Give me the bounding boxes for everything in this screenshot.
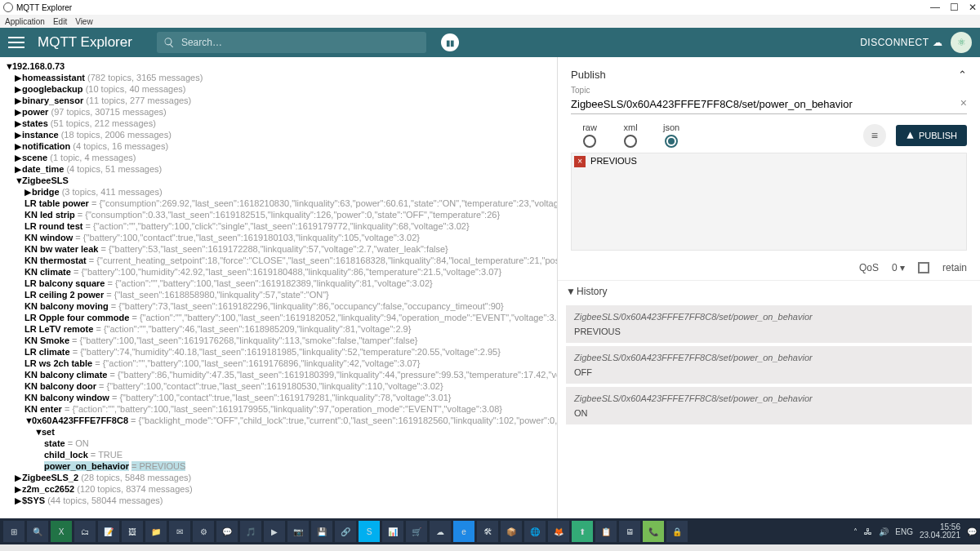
tray-notifications-icon[interactable]: 💬 xyxy=(967,527,977,536)
taskbar-app[interactable]: 🛒 xyxy=(406,521,427,542)
publish-button[interactable]: PUBLISH xyxy=(896,125,967,146)
tree-item[interactable]: ▶z2m_cc2652 (120 topics, 8374 messages) xyxy=(5,483,554,495)
taskbar-app[interactable]: 🖥 xyxy=(619,521,640,542)
history-item[interactable]: ZigbeeSLS/0x60A423FFFE7FF8C8/set/power_o… xyxy=(566,346,972,384)
tree-item[interactable]: KN thermostat = {"current_heating_setpoi… xyxy=(5,255,554,266)
minimize-button[interactable]: — xyxy=(930,2,940,13)
tree-item[interactable]: KN climate = {"battery":100,"humidity":4… xyxy=(5,266,554,278)
taskbar-app[interactable]: 💬 xyxy=(216,521,238,542)
tree-item[interactable]: KN window = {"battery":100,"contact":tru… xyxy=(5,232,554,243)
tree-item[interactable]: LR balcony square = {"action":"","batter… xyxy=(5,278,554,289)
taskbar-app[interactable]: 📋 xyxy=(595,521,617,542)
taskbar-app[interactable]: 🌐 xyxy=(524,521,546,542)
taskbar-app[interactable]: 🔗 xyxy=(335,521,356,542)
tree-item[interactable]: KN balcony climate = {"battery":86,"humi… xyxy=(5,369,554,380)
taskbar-app[interactable]: 📦 xyxy=(501,521,522,542)
tray-volume-icon[interactable]: 🔊 xyxy=(879,527,889,536)
tree-root[interactable]: 192.168.0.73 xyxy=(12,61,65,71)
taskbar-app[interactable]: 🎵 xyxy=(240,521,261,542)
menu-view[interactable]: View xyxy=(75,17,93,26)
tree-item[interactable]: KN led strip = {"consumption":0.33,"last… xyxy=(5,209,554,220)
tree-leaf[interactable]: child_lock = TRUE xyxy=(5,449,554,460)
clear-topic-icon[interactable]: × xyxy=(960,96,967,109)
format-json[interactable]: json xyxy=(653,122,690,148)
format-xml[interactable]: xml xyxy=(612,122,649,148)
tree-zigbee[interactable]: ZigbeeSLS xyxy=(22,176,69,185)
avatar[interactable]: ⚛ xyxy=(951,32,972,53)
disconnect-button[interactable]: DISCONNECT ☁ xyxy=(860,37,942,48)
taskbar-app[interactable]: 🗂 xyxy=(74,521,96,542)
tree-item[interactable]: ▶googlebackup (10 topics, 40 messages) xyxy=(5,83,554,95)
taskbar-app[interactable]: ✉ xyxy=(169,521,190,542)
tree-item[interactable]: LR Opple four commode = {"action":"","ba… xyxy=(5,312,554,323)
tree-item[interactable]: KN bw water leak = {"battery":53,"last_s… xyxy=(5,243,554,255)
tree-item[interactable]: ▶binary_sensor (11 topics, 277 messages) xyxy=(5,95,554,106)
topic-input[interactable] xyxy=(571,95,967,114)
taskbar-app[interactable]: X xyxy=(51,521,72,542)
taskbar-app[interactable]: S xyxy=(359,521,380,542)
tree-item[interactable]: LR round test = {"action":"","battery":1… xyxy=(5,220,554,232)
tray-chevron-icon[interactable]: ˄ xyxy=(853,527,858,536)
tree-bridge[interactable]: bridge xyxy=(32,187,60,197)
tree-item[interactable]: KN Smoke = {"battery":100,"last_seen":16… xyxy=(5,335,554,346)
history-item[interactable]: ZigbeeSLS/0x60A423FFFE7FF8C8/set/power_o… xyxy=(566,387,972,424)
tree-set[interactable]: set xyxy=(42,427,55,437)
tree-item[interactable]: KN balcony moving = {"battery":73,"last_… xyxy=(5,300,554,312)
payload-editor[interactable]: ×PREVIOUS xyxy=(571,153,967,251)
menu-icon[interactable] xyxy=(8,37,24,48)
tree-device[interactable]: 0x60A423FFFE7FF8C8 xyxy=(32,415,128,425)
tree-item[interactable]: LR LeTV remote = {"action":"","battery":… xyxy=(5,323,554,335)
collapse-icon[interactable]: ⌃ xyxy=(958,69,967,81)
tree-item[interactable]: ▶ZigbeeSLS_2 (28 topics, 5848 messages) xyxy=(5,472,554,483)
taskbar-app[interactable]: 🖼 xyxy=(122,521,143,542)
taskbar-app[interactable]: 🦊 xyxy=(548,521,569,542)
close-button[interactable]: ✕ xyxy=(969,2,977,13)
search-input[interactable] xyxy=(181,37,420,48)
format-raw[interactable]: raw xyxy=(571,122,608,148)
taskbar-app[interactable]: 💾 xyxy=(311,521,332,542)
tree-leaf[interactable]: state = ON xyxy=(5,438,554,449)
tree-item[interactable]: ▶scene (1 topic, 4 messages) xyxy=(5,152,554,163)
taskbar[interactable]: ⊞ 🔍 X 🗂 📝 🖼 📁 ✉ ⚙ 💬 🎵 ▶ 📷 💾 🔗 S 📊 🛒 ☁ e … xyxy=(0,518,980,544)
history-header[interactable]: History xyxy=(577,286,607,297)
tree-leaf[interactable]: power_on_behavior = PREVIOUS xyxy=(5,460,554,472)
taskbar-app[interactable]: 📁 xyxy=(145,521,167,542)
tray-lang[interactable]: ENG xyxy=(895,527,913,536)
taskbar-app[interactable]: 📝 xyxy=(98,521,119,542)
menu-edit[interactable]: Edit xyxy=(53,17,67,26)
tray-network-icon[interactable]: 🖧 xyxy=(864,527,872,536)
tree-item[interactable]: LR climate = {"battery":74,"humidity":40… xyxy=(5,346,554,358)
qos-select[interactable]: 0 ▾ xyxy=(892,262,905,273)
taskbar-app[interactable]: ⬆ xyxy=(572,521,593,542)
taskbar-app[interactable]: e xyxy=(453,521,474,542)
tree-item[interactable]: LR table power = {"consumption":269.92,"… xyxy=(5,198,554,209)
menu-application[interactable]: Application xyxy=(5,17,45,26)
taskbar-app[interactable]: ☁ xyxy=(430,521,451,542)
tree-item[interactable]: ▶notification (4 topics, 16 messages) xyxy=(5,140,554,152)
taskbar-app[interactable]: ▶ xyxy=(264,521,285,542)
pause-button[interactable]: ▮▮ xyxy=(441,33,459,51)
tree-item[interactable]: ▶power (97 topics, 30715 messages) xyxy=(5,106,554,118)
tree-item[interactable]: LR ceiling 2 power = {"last_seen":161885… xyxy=(5,289,554,300)
tree-item[interactable]: ▶homeassistant (782 topics, 3165 message… xyxy=(5,72,554,83)
topic-tree[interactable]: ▼192.168.0.73 ▶homeassistant (782 topics… xyxy=(0,57,557,518)
format-paragraph-icon[interactable]: ≡ xyxy=(863,124,886,147)
taskbar-app[interactable]: ⚙ xyxy=(193,521,214,542)
retain-checkbox[interactable] xyxy=(918,262,929,273)
tree-item[interactable]: ▶date_time (4 topics, 51 messages) xyxy=(5,163,554,175)
tree-item[interactable]: KN balcony door = {"battery":100,"contac… xyxy=(5,380,554,392)
tree-item[interactable]: LR ws 2ch table = {"action":"","battery"… xyxy=(5,358,554,369)
tree-item[interactable]: ▶$SYS (44 topics, 58044 messages) xyxy=(5,495,554,506)
taskbar-app[interactable]: 📊 xyxy=(382,521,403,542)
maximize-button[interactable]: ☐ xyxy=(950,2,959,13)
tree-item[interactable]: KN enter = {"action":"","battery":100,"l… xyxy=(5,403,554,415)
tree-item[interactable]: KN balcony window = {"battery":100,"cont… xyxy=(5,392,554,403)
tree-item[interactable]: ▶states (51 topics, 212 messages) xyxy=(5,118,554,129)
search-box[interactable] xyxy=(157,32,426,53)
start-button[interactable]: ⊞ xyxy=(3,521,24,542)
taskbar-app[interactable]: 📷 xyxy=(287,521,309,542)
taskbar-app[interactable]: 📞 xyxy=(643,521,664,542)
taskbar-search-icon[interactable]: 🔍 xyxy=(27,521,48,542)
tree-item[interactable]: ▶instance (18 topics, 2006 messages) xyxy=(5,129,554,140)
taskbar-app[interactable]: 🔒 xyxy=(666,521,688,542)
